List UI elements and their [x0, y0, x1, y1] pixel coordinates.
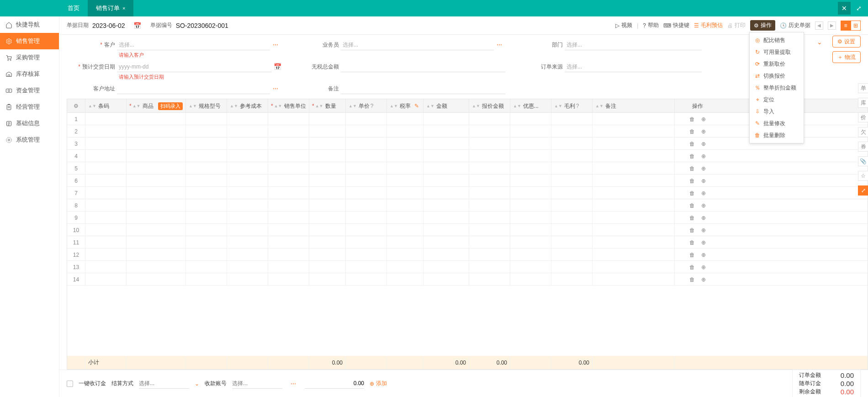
- order-source-input[interactable]: [565, 61, 702, 72]
- dropdown-item-8[interactable]: 🗑批量删除: [750, 129, 804, 141]
- table-row[interactable]: 10🗑⊕: [67, 224, 868, 236]
- col-amount[interactable]: ▲▼金额: [423, 99, 469, 113]
- add-row-icon[interactable]: ⊕: [701, 153, 706, 159]
- add-row-icon[interactable]: ⊕: [701, 165, 706, 172]
- expand-caret-icon[interactable]: ⌄: [817, 38, 822, 46]
- col-discount[interactable]: ▲▼优惠...: [510, 99, 551, 113]
- salesman-input[interactable]: [341, 39, 494, 50]
- add-row-icon[interactable]: ⊕: [701, 116, 706, 122]
- account-select[interactable]: [232, 379, 282, 389]
- col-saleunit[interactable]: ▲▼销售单位: [268, 99, 309, 113]
- add-row-icon[interactable]: ⊕: [701, 239, 706, 246]
- rail-item-8[interactable]: ⤢: [858, 185, 868, 196]
- table-row[interactable]: 1🗑⊕: [67, 113, 868, 125]
- rail-item-7[interactable]: ☆: [858, 171, 868, 181]
- customer-addr-input[interactable]: [117, 83, 270, 94]
- help-action[interactable]: ? 帮助: [643, 21, 659, 29]
- table-row[interactable]: 12🗑⊕: [67, 249, 868, 261]
- tab-sales-order[interactable]: 销售订单×: [88, 0, 133, 16]
- col-price[interactable]: ▲▼单价 ?: [346, 99, 387, 113]
- edit-icon[interactable]: ✎: [414, 103, 419, 109]
- table-row[interactable]: 2🗑⊕: [67, 125, 868, 138]
- next-doc-arrow[interactable]: ▶: [828, 21, 836, 30]
- add-row-icon[interactable]: ⊕: [701, 227, 706, 233]
- sidebar-item-0[interactable]: 快捷导航: [0, 16, 59, 33]
- expect-date-input[interactable]: [117, 61, 272, 72]
- delete-row-icon[interactable]: 🗑: [689, 202, 695, 209]
- rail-item-2[interactable]: 库: [858, 98, 868, 108]
- sidebar-item-1[interactable]: 销售管理: [0, 33, 59, 49]
- remark-input[interactable]: [341, 83, 505, 94]
- table-row[interactable]: 3🗑⊕: [67, 138, 868, 150]
- col-gross[interactable]: ▲▼毛利 ?: [551, 99, 593, 113]
- delete-row-icon[interactable]: 🗑: [689, 190, 695, 196]
- table-row[interactable]: 13🗑⊕: [67, 261, 868, 273]
- customer-input[interactable]: [117, 39, 270, 50]
- sidebar-item-5[interactable]: 经营管理: [0, 99, 59, 115]
- settle-select[interactable]: [139, 379, 189, 389]
- col-qty[interactable]: ▲▼数量: [309, 99, 346, 113]
- sidebar-item-7[interactable]: 系统管理: [0, 132, 59, 148]
- dropdown-item-7[interactable]: ✎批量修改: [750, 117, 804, 129]
- delete-row-icon[interactable]: 🗑: [689, 116, 695, 122]
- add-row-icon[interactable]: ⊕: [701, 215, 706, 221]
- delete-row-icon[interactable]: 🗑: [689, 128, 695, 135]
- col-product[interactable]: ▲▼商品扫码录入: [127, 99, 186, 113]
- video-action[interactable]: ▷ 视频: [615, 21, 632, 29]
- gross-profit-action[interactable]: ☰ 毛利预估: [694, 21, 723, 29]
- logistics-pill[interactable]: ＋ 物流: [832, 51, 861, 63]
- add-row-icon[interactable]: ⊕: [701, 141, 706, 147]
- date-picker-icon[interactable]: 📅: [274, 63, 281, 70]
- expand-icon[interactable]: ⤢: [852, 2, 865, 15]
- delete-row-icon[interactable]: 🗑: [689, 227, 695, 233]
- salesman-lookup-icon[interactable]: ⋯: [494, 42, 505, 48]
- view-toggle-list[interactable]: ≡: [841, 21, 851, 31]
- delete-row-icon[interactable]: 🗑: [689, 252, 695, 258]
- col-taxrate[interactable]: ▲▼税率✎: [387, 99, 423, 113]
- col-remark[interactable]: ▲▼备注: [593, 99, 675, 113]
- tab-home[interactable]: 首页: [59, 0, 88, 16]
- add-row-icon[interactable]: ⊕: [701, 202, 706, 209]
- doc-date-value[interactable]: 2023-06-02: [92, 22, 125, 29]
- dropdown-item-6[interactable]: ⇩导入: [750, 106, 804, 117]
- add-row-icon[interactable]: ⊕: [701, 190, 706, 196]
- sidebar-item-4[interactable]: 资金管理: [0, 82, 59, 99]
- view-toggle-grid[interactable]: ⊞: [851, 21, 861, 31]
- add-row-icon[interactable]: ⊕: [701, 264, 706, 270]
- add-row-link[interactable]: ⊕ 添加: [370, 380, 387, 387]
- dropdown-item-2[interactable]: ⟳重新取价: [750, 58, 804, 70]
- table-row[interactable]: 6🗑⊕: [67, 175, 868, 187]
- dropdown-item-4[interactable]: ％整单折扣金额: [750, 82, 804, 94]
- delete-row-icon[interactable]: 🗑: [689, 276, 695, 283]
- col-spec[interactable]: ▲▼规格型号: [186, 99, 227, 113]
- sidebar-item-3[interactable]: 库存核算: [0, 66, 59, 82]
- delete-row-icon[interactable]: 🗑: [689, 165, 695, 172]
- add-row-icon[interactable]: ⊕: [701, 252, 706, 258]
- addr-lookup-icon[interactable]: ⋯: [270, 85, 281, 92]
- table-row[interactable]: 7🗑⊕: [67, 187, 868, 199]
- table-row[interactable]: 4🗑⊕: [67, 150, 868, 162]
- prev-doc-arrow[interactable]: ◀: [815, 21, 823, 30]
- rail-item-5[interactable]: 券: [858, 142, 868, 152]
- delete-row-icon[interactable]: 🗑: [689, 178, 695, 184]
- shortcut-action[interactable]: ⌨ 快捷键: [663, 21, 689, 29]
- delete-row-icon[interactable]: 🗑: [689, 264, 695, 270]
- dropdown-item-3[interactable]: ⇄切换报价: [750, 70, 804, 82]
- rail-item-3[interactable]: 价: [858, 112, 868, 122]
- dropdown-item-1[interactable]: ↻可用量提取: [750, 46, 804, 58]
- deposit-checkbox[interactable]: [67, 381, 73, 387]
- table-row[interactable]: 14🗑⊕: [67, 273, 868, 286]
- delete-row-icon[interactable]: 🗑: [689, 153, 695, 159]
- add-row-icon[interactable]: ⊕: [701, 276, 706, 283]
- col-refcost[interactable]: ▲▼参考成本: [227, 99, 268, 113]
- table-row[interactable]: 11🗑⊕: [67, 236, 868, 249]
- table-row[interactable]: 8🗑⊕: [67, 199, 868, 212]
- calendar-icon[interactable]: 📅: [133, 22, 141, 29]
- dropdown-item-5[interactable]: ⌖定位: [750, 94, 804, 106]
- sidebar-item-2[interactable]: 采购管理: [0, 49, 59, 66]
- table-row[interactable]: 9🗑⊕: [67, 212, 868, 224]
- department-input[interactable]: [565, 39, 702, 50]
- rail-item-1[interactable]: 单: [858, 83, 868, 93]
- col-quoteamount[interactable]: ▲▼报价金额: [469, 99, 510, 113]
- rail-item-6[interactable]: 📎: [858, 156, 868, 166]
